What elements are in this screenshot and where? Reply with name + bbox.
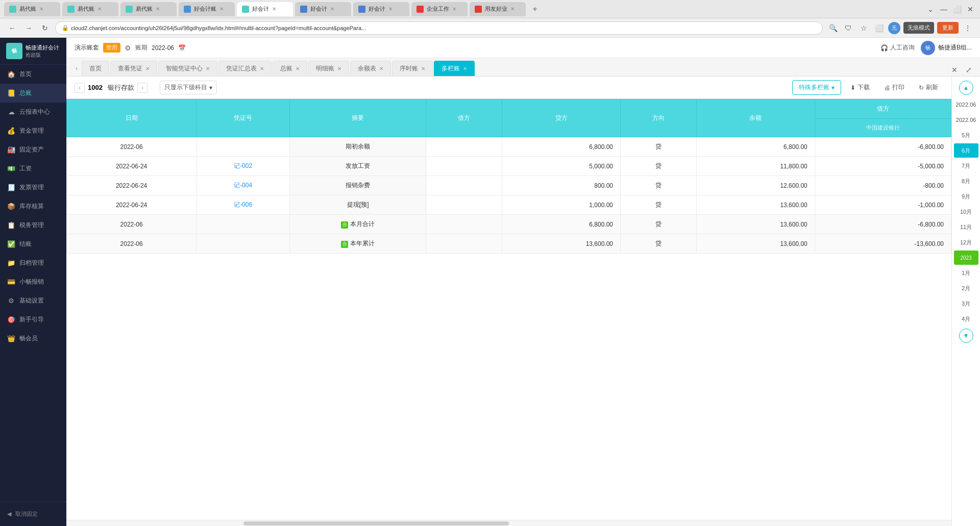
subject-next-button[interactable]: › — [137, 83, 148, 93]
tab-enterprise-8[interactable]: 企业工作 ✕ — [411, 2, 468, 16]
back-button[interactable]: ← — [6, 22, 18, 34]
date-nav-7[interactable]: 7月 — [954, 159, 978, 173]
bottom-scrollbar[interactable] — [66, 520, 951, 526]
sidebar-item-fixed-assets[interactable]: 🏭 固定资产 — [0, 140, 66, 159]
close-icon[interactable]: ✕ — [463, 66, 467, 71]
close-icon-2[interactable]: ✕ — [97, 6, 102, 12]
tab-sequence-ledger[interactable]: 序时账 ✕ — [392, 61, 433, 76]
tab-home[interactable]: 首页 — [82, 61, 109, 76]
close-icon-1[interactable]: ✕ — [39, 6, 43, 12]
filter-dropdown[interactable]: 只显示下级科目 ▾ — [160, 81, 217, 94]
download-button[interactable]: ⬇ 下载 — [845, 81, 875, 94]
close-icon[interactable]: ✕ — [296, 66, 300, 71]
date-nav-2023-1[interactable]: 1月 — [954, 266, 978, 280]
close-icon-3[interactable]: ✕ — [156, 6, 160, 12]
close-icon[interactable]: ✕ — [145, 66, 150, 71]
date-nav-up-button[interactable]: ▲ — [959, 81, 973, 95]
close-icon[interactable]: ✕ — [337, 66, 341, 71]
date-nav-5[interactable]: 5月 — [954, 128, 978, 142]
date-nav-12[interactable]: 12月 — [954, 235, 978, 249]
sidebar-item-fund[interactable]: 💰 资金管理 — [0, 121, 66, 140]
tab-balance-sheet[interactable]: 余额表 ✕ — [350, 61, 391, 76]
tab-haohuiji-5[interactable]: 好会计 ✕ — [237, 2, 293, 16]
tab-general-ledger[interactable]: 总账 ✕ — [273, 61, 307, 76]
tab-view-voucher[interactable]: 查看凭证 ✕ — [110, 61, 157, 76]
date-nav-2023-3[interactable]: 3月 — [954, 296, 978, 311]
star-icon[interactable]: ☆ — [857, 22, 870, 34]
tab-haohuiji-4[interactable]: 好会计账 ✕ — [179, 2, 235, 16]
date-nav-year-2023[interactable]: 2023 — [954, 251, 978, 265]
scroll-thumb[interactable] — [243, 521, 509, 525]
close-icon-8[interactable]: ✕ — [452, 6, 456, 12]
forward-button[interactable]: → — [22, 22, 35, 34]
sidebar-item-expense[interactable]: 💳 小畅报销 — [0, 272, 66, 291]
tab-yidaizhang-3[interactable]: 易代账 ✕ — [120, 2, 177, 16]
refresh-button[interactable]: ↻ 刷新 — [914, 81, 943, 94]
sidebar-item-settings[interactable]: ⚙ 基础设置 — [0, 291, 66, 310]
sidebar-item-invoice[interactable]: 🧾 发票管理 — [0, 178, 66, 197]
close-icon-5[interactable]: ✕ — [272, 6, 276, 12]
tab-detail-ledger[interactable]: 明细账 ✕ — [308, 61, 349, 76]
date-nav-2023-2[interactable]: 2月 — [954, 281, 978, 295]
browser-menu-icon[interactable]: ⋮ — [962, 22, 974, 34]
close-icon-4[interactable]: ✕ — [219, 6, 224, 12]
date-nav-8[interactable]: 8月 — [954, 174, 978, 188]
sidebar-item-guide[interactable]: 🎯 新手引导 — [0, 310, 66, 329]
date-nav-down-button[interactable]: ▼ — [959, 329, 973, 343]
calendar-icon[interactable]: 📅 — [178, 44, 186, 52]
tab-prev-button[interactable]: ‹ — [71, 61, 82, 76]
sidebar-item-cloud-report[interactable]: ☁ 云报表中心 — [0, 103, 66, 121]
sidebar-item-settlement[interactable]: ✅ 结账 — [0, 235, 66, 254]
refresh-browser-button[interactable]: ↻ — [39, 22, 51, 34]
tab-yidaizhang-2[interactable]: 易代账 ✕ — [62, 2, 118, 16]
update-button[interactable]: 更新 — [937, 22, 959, 34]
tab-haohuiji-6[interactable]: 好会计 ✕ — [295, 2, 351, 16]
special-multi-button[interactable]: 特殊多栏账 ▾ — [792, 80, 841, 95]
sidebar-item-salary[interactable]: 💵 工资 — [0, 159, 66, 178]
sidebar-item-general-ledger[interactable]: 📒 总账 — [0, 84, 66, 103]
date-nav-11[interactable]: 11月 — [954, 220, 978, 234]
close-icon[interactable]: ✕ — [206, 66, 210, 71]
date-nav-9[interactable]: 9月 — [954, 189, 978, 204]
tab-haohuiji-7[interactable]: 好会计 ✕ — [353, 2, 409, 16]
browser-user-avatar[interactable]: 无 — [888, 22, 900, 34]
service-button[interactable]: 🎧 人工咨询 — [880, 43, 915, 52]
sidebar-item-tax[interactable]: 📋 税务管理 — [0, 216, 66, 235]
close-icon[interactable]: ✕ — [379, 66, 383, 71]
tab-list-button[interactable]: ⌄ — [925, 4, 936, 15]
expand-panel-button[interactable]: ⤢ — [963, 64, 975, 76]
close-icon-6[interactable]: ✕ — [330, 6, 334, 12]
minimize-button[interactable]: — — [938, 4, 949, 15]
search-icon[interactable]: 🔍 — [827, 22, 839, 34]
date-nav-10[interactable]: 10月 — [954, 205, 978, 219]
sidebar-item-member[interactable]: 👑 畅会员 — [0, 329, 66, 348]
subject-prev-button[interactable]: ‹ — [75, 83, 85, 93]
tab-youyou-9[interactable]: 用友好业 ✕ — [470, 2, 526, 16]
tab-multi-account[interactable]: 多栏账 ✕ — [434, 61, 475, 76]
date-nav-2023-4[interactable]: 4月 — [954, 312, 978, 326]
incognito-button[interactable]: 无痕模式 — [903, 22, 934, 34]
restore-button[interactable]: ⬜ — [951, 4, 963, 15]
close-icon-9[interactable]: ✕ — [510, 6, 514, 12]
sidebar-item-inventory[interactable]: 📦 库存核算 — [0, 197, 66, 216]
close-icon[interactable]: ✕ — [421, 66, 425, 71]
unpin-button[interactable]: ◀ 取消固定 — [7, 507, 59, 521]
sidebar-item-home[interactable]: 🏠 首页 — [0, 65, 66, 84]
sidebar-item-archive[interactable]: 📁 归档管理 — [0, 254, 66, 272]
add-tab-button[interactable]: + — [528, 2, 542, 16]
shield-icon[interactable]: 🛡 — [842, 22, 854, 34]
tab-voucher-summary[interactable]: 凭证汇总表 ✕ — [218, 61, 272, 76]
minimize-panel-button[interactable]: ✕ — [948, 64, 961, 76]
close-window-button[interactable]: ✕ — [965, 4, 976, 15]
date-nav-2022-06-second[interactable]: 2022.06 — [954, 113, 978, 127]
close-icon[interactable]: ✕ — [260, 66, 264, 71]
date-nav-2022-06-first[interactable]: 2022.06 — [954, 97, 978, 112]
settings-icon[interactable]: ⚙ — [125, 44, 131, 52]
tab-smart-center[interactable]: 智能凭证中心 ✕ — [158, 61, 217, 76]
date-nav-6[interactable]: 6月 — [954, 143, 978, 158]
tab-yidaizhang-1[interactable]: 易代账 ✕ — [4, 2, 60, 16]
extension-icon[interactable]: ⬜ — [873, 22, 885, 34]
url-bar[interactable]: 🔒 cloud2.chanjet.com/accounting/uh26t264… — [55, 21, 823, 35]
close-icon-7[interactable]: ✕ — [388, 6, 393, 12]
print-button[interactable]: 🖨 打印 — [879, 81, 910, 94]
